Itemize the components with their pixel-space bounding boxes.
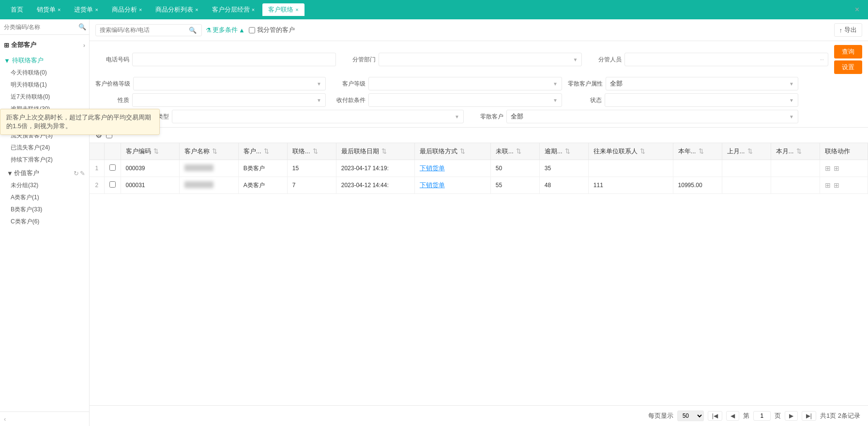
- th-contact-count[interactable]: 联络... ⇅: [287, 143, 336, 160]
- row1-name: [180, 160, 239, 177]
- prev-page-button[interactable]: ◀: [726, 411, 739, 421]
- th-contact-person[interactable]: 往来单位联系人 ⇅: [588, 143, 673, 160]
- nav-purchase[interactable]: 进货单 ×: [68, 3, 104, 16]
- sidebar-item-ungraded[interactable]: 未分组(32): [0, 179, 89, 191]
- sidebar-item-c-class[interactable]: C类客户(6): [0, 216, 89, 228]
- th-last-method[interactable]: 最后联络方式 ⇅: [414, 143, 490, 160]
- close-all-button[interactable]: ×: [851, 5, 863, 14]
- set-button[interactable]: 设置: [834, 60, 862, 74]
- adv-retail-cust-select[interactable]: 全部 ▼: [506, 110, 798, 123]
- sidebar-item-b-class[interactable]: B类客户(33): [0, 204, 89, 216]
- sidebar-search-input[interactable]: [4, 24, 76, 30]
- nav-sales[interactable]: 销货单 ×: [31, 3, 66, 16]
- adv-dept-field: 分管部门 ▼: [342, 53, 582, 66]
- adv-manager-select[interactable]: ···: [624, 53, 828, 66]
- sidebar-item-a-class[interactable]: A类客户(1): [0, 191, 89, 204]
- this-year-sort-icon: ⇅: [699, 147, 704, 155]
- edit-icon[interactable]: ✎: [80, 170, 85, 177]
- retail-cust-chevron-icon: ▼: [789, 114, 794, 119]
- th-num: [90, 143, 104, 160]
- adv-retail-attr-select[interactable]: 全部 ▼: [606, 77, 798, 90]
- nav-analysis-list[interactable]: 商品分析列表 ×: [150, 3, 204, 16]
- nav-analysis[interactable]: 商品分析 ×: [106, 3, 148, 16]
- table-scroll-wrapper[interactable]: 客户编码 ⇅ 客户名称 ⇅ 客户... ⇅: [90, 143, 868, 405]
- my-customers-checkbox[interactable]: [249, 27, 255, 33]
- page-label: 第: [743, 411, 749, 420]
- export-button[interactable]: ↑ 导出: [834, 23, 863, 37]
- sidebar-tree: ⊞ 全部客户 › ▼ 待联络客户 今天待联络(0) 明天待联络(1) 近7天待联…: [0, 35, 89, 411]
- row1-link-icon[interactable]: ⊞: [825, 164, 831, 172]
- th-last-date[interactable]: 最后联络日期 ⇅: [336, 143, 414, 160]
- nav-customer-contact[interactable]: 客户联络 ×: [262, 3, 304, 16]
- adv-nature-select[interactable]: ▼: [132, 93, 326, 107]
- adv-retail-cust-label: 零散客户: [470, 113, 503, 121]
- th-overdue[interactable]: 逾期... ⇅: [539, 143, 588, 160]
- adv-status-select[interactable]: ▼: [605, 93, 798, 107]
- first-page-button[interactable]: |◀: [708, 411, 722, 421]
- row2-link-icon[interactable]: ⊞: [825, 181, 831, 189]
- adv-cust-type-select[interactable]: ▼: [172, 110, 464, 123]
- row1-overdue: 35: [539, 160, 588, 177]
- sidebar-item-tomorrow[interactable]: 明天待联络(1): [0, 79, 89, 91]
- row1-last-method-link[interactable]: 下销货单: [420, 164, 445, 172]
- th-this-year[interactable]: 本年... ⇅: [673, 143, 722, 160]
- row2-contact-person: 111: [588, 177, 673, 194]
- nav-purchase-close[interactable]: ×: [95, 7, 98, 13]
- th-unlisted[interactable]: 未联... ⇅: [490, 143, 539, 160]
- sidebar-item-week[interactable]: 近7天待联络(0): [0, 91, 89, 103]
- th-last-month[interactable]: 上月... ⇅: [722, 143, 771, 160]
- refresh-icon[interactable]: ↻: [74, 170, 79, 177]
- nav-sales-close[interactable]: ×: [58, 7, 61, 13]
- filter-search-icon[interactable]: 🔍: [189, 27, 197, 34]
- adv-status-label: 状态: [568, 96, 602, 104]
- row2-this-month: [771, 177, 820, 194]
- row2-checkbox[interactable]: [109, 181, 116, 188]
- th-code[interactable]: 客户编码 ⇅: [121, 143, 180, 160]
- sidebar-search-icon[interactable]: 🔍: [78, 23, 86, 30]
- sidebar-item-today[interactable]: 今天待联络(0): [0, 67, 89, 79]
- sidebar-item-churned[interactable]: 已流失客户(24): [0, 142, 89, 154]
- last-page-button[interactable]: ▶|: [802, 411, 816, 421]
- nav-customer-tier-close[interactable]: ×: [252, 7, 255, 13]
- row1-checkbox-cell: [104, 160, 121, 177]
- th-name[interactable]: 客户名称 ⇅: [180, 143, 239, 160]
- nav-home-label: 首页: [11, 5, 23, 14]
- next-page-button[interactable]: ▶: [785, 411, 798, 421]
- sidebar-subgroup-value-header[interactable]: ▼ 价值客户 ↻ ✎: [0, 167, 89, 179]
- status-chevron-icon: ▼: [789, 98, 794, 103]
- th-this-month[interactable]: 本月... ⇅: [771, 143, 820, 160]
- row2-edit-icon[interactable]: ⊞: [834, 181, 839, 189]
- query-button[interactable]: 查询: [834, 45, 862, 59]
- nav-customer-contact-label: 客户联络: [268, 5, 293, 14]
- adv-payment-select[interactable]: ▼: [368, 93, 562, 107]
- table-row: 2 000031 A类客户 7 2023-04-12 14:44:: [90, 177, 868, 194]
- row1-action: ⊞ ⊞: [820, 160, 868, 177]
- nav-analysis-close[interactable]: ×: [139, 7, 142, 13]
- adv-cust-level-select[interactable]: ▼: [368, 77, 562, 90]
- nav-analysis-list-close[interactable]: ×: [195, 7, 198, 13]
- filter-more-conditions[interactable]: ⚗ 更多条件 ▲: [206, 26, 245, 34]
- sidebar-item-declining[interactable]: 持续下滑客户(2): [0, 154, 89, 166]
- all-customers-label: 全部客户: [11, 41, 36, 49]
- row2-last-method-link[interactable]: 下销货单: [420, 181, 445, 189]
- filter-search-input[interactable]: [100, 27, 187, 33]
- chevron-down-icon-2: ▼: [7, 170, 13, 177]
- row1-edit-icon[interactable]: ⊞: [834, 164, 839, 172]
- nav-customer-contact-close[interactable]: ×: [295, 7, 298, 13]
- th-type[interactable]: 客户... ⇅: [238, 143, 287, 160]
- nav-home[interactable]: 首页: [5, 3, 29, 16]
- per-page-select[interactable]: 50 100: [677, 411, 704, 421]
- adv-dept-select[interactable]: ▼: [379, 53, 582, 66]
- row2-overdue: 48: [539, 177, 588, 194]
- tree-root-dots[interactable]: ›: [83, 42, 85, 49]
- adv-phone-input[interactable]: [132, 53, 336, 66]
- row1-checkbox[interactable]: [109, 164, 116, 171]
- adv-row-3: 性质 ▼ 收付款条件 ▼ 状态: [95, 93, 862, 107]
- export-icon: ↑: [839, 27, 843, 34]
- expand-icon[interactable]: ‹: [4, 415, 6, 423]
- sidebar-group-pending-header[interactable]: ▼ 待联络客户: [0, 54, 89, 67]
- sidebar-all-customers[interactable]: ⊞ 全部客户 ›: [0, 38, 89, 52]
- page-number-input[interactable]: [753, 411, 771, 421]
- nav-customer-tier[interactable]: 客户分层经营 ×: [206, 3, 260, 16]
- adv-price-level-select[interactable]: ▼: [133, 77, 326, 90]
